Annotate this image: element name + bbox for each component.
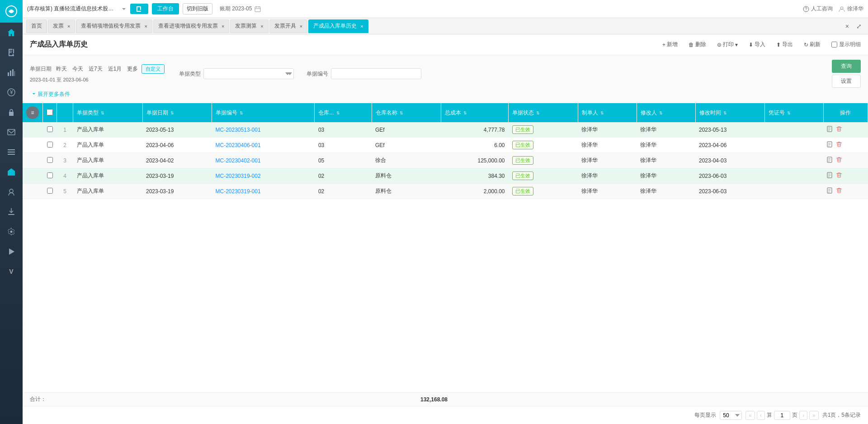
filter-date-custom[interactable]: 自定义 — [142, 64, 165, 74]
tab-sales-vat[interactable]: 查看销项增值税专用发票 × — [76, 19, 152, 33]
row-number-link[interactable]: MC-20230402-001 — [216, 157, 261, 164]
row-checkbox[interactable] — [47, 172, 53, 178]
row-delete-icon[interactable] — [836, 172, 842, 180]
row-checkbox-cell — [43, 184, 57, 199]
import-btn[interactable]: ⬇ 导入 — [745, 39, 769, 50]
delete-btn[interactable]: 🗑 删除 — [685, 39, 710, 50]
close-all-tabs-btn[interactable]: × — [843, 22, 852, 31]
display-detail-label[interactable]: 显示明细 — [839, 41, 861, 48]
sidebar-item-warehouse[interactable] — [0, 162, 23, 182]
tab-invoice-open[interactable]: 发票开具 × — [269, 19, 307, 33]
col-modify-time[interactable]: 修改时间 ⇅ — [695, 103, 765, 122]
row-checkbox[interactable] — [47, 126, 53, 132]
filter-date-7days[interactable]: 近7天 — [87, 64, 104, 74]
sidebar-item-stamp[interactable] — [0, 182, 23, 202]
sidebar-item-list[interactable] — [0, 142, 23, 162]
tab-invoice[interactable]: 发票 × — [48, 19, 75, 33]
filter-date-today[interactable]: 今天 — [71, 64, 85, 74]
svg-rect-47 — [828, 174, 830, 174]
col-status[interactable]: 单据状态 ⇅ — [509, 103, 578, 122]
page-input[interactable] — [774, 411, 790, 420]
first-page-btn[interactable]: « — [745, 411, 755, 420]
display-detail-checkbox[interactable] — [831, 42, 837, 48]
col-creator[interactable]: 制单人 ⇅ — [578, 103, 637, 122]
sidebar-item-mail[interactable] — [0, 122, 23, 142]
col-voucher[interactable]: 凭证号 ⇅ — [765, 103, 824, 122]
maximize-btn[interactable]: ⤢ — [854, 22, 864, 31]
sidebar-item-v[interactable]: V — [0, 262, 23, 281]
col-number[interactable]: 单据编号 ⇅ — [212, 103, 315, 122]
row-edit-icon[interactable] — [827, 126, 833, 133]
sidebar-item-lock[interactable] — [0, 102, 23, 122]
tab-invoice-open-close[interactable]: × — [300, 24, 302, 29]
sidebar-item-download[interactable] — [0, 202, 23, 222]
status-badge: 已生效 — [512, 172, 533, 180]
row-checkbox[interactable] — [47, 142, 53, 148]
svg-point-29 — [806, 10, 806, 11]
col-wh-name[interactable]: 仓库名称 ⇅ — [372, 103, 441, 122]
set-btn[interactable]: 设置 — [832, 75, 861, 88]
workbench-btn[interactable]: 工作台 — [152, 3, 179, 14]
row-edit-icon[interactable] — [827, 157, 833, 164]
tab-invoice-calc[interactable]: 发票测算 × — [230, 19, 268, 33]
col-settings-btn[interactable]: ≡ — [26, 106, 39, 119]
sidebar-item-home[interactable] — [0, 23, 23, 43]
tab-purchase-vat-close[interactable]: × — [222, 24, 224, 29]
row-number-link[interactable]: MC-20230319-002 — [216, 173, 261, 179]
topbar: (库存核算) 直播轻流通信息技术股份... 工作台 切到旧版 账期 2023-0… — [23, 0, 868, 18]
col-modifier[interactable]: 修改人 ⇅ — [637, 103, 695, 122]
row-edit-icon[interactable] — [827, 187, 833, 195]
export-btn[interactable]: ⬆ 导出 — [773, 39, 797, 50]
filter-date-more[interactable]: 更多 — [125, 64, 140, 74]
row-edit-icon[interactable] — [827, 172, 833, 180]
sidebar-item-chart[interactable] — [0, 62, 23, 82]
next-page-btn[interactable]: › — [799, 411, 807, 420]
select-all-checkbox[interactable] — [47, 109, 53, 115]
row-delete-icon[interactable] — [836, 141, 842, 149]
prev-page-btn[interactable]: ‹ — [757, 411, 765, 420]
filter-number-input[interactable] — [331, 68, 421, 79]
row-checkbox[interactable] — [47, 188, 53, 194]
row-delete-icon[interactable] — [836, 126, 842, 133]
row-checkbox[interactable] — [47, 157, 53, 163]
print-btn[interactable]: ⊜ 打印 ▾ — [713, 39, 741, 50]
col-cost[interactable]: 总成本 ⇅ — [441, 103, 509, 122]
tab-home[interactable]: 首页 — [26, 19, 47, 33]
support-btn[interactable]: 人工咨询 — [803, 5, 833, 13]
header-actions: + 新增 🗑 删除 ⊜ 打印 ▾ ⬇ 导入 ⬆ 导出 — [659, 39, 861, 50]
sidebar-item-settings[interactable] — [0, 222, 23, 242]
per-page-select[interactable]: 50 20 100 — [720, 411, 742, 420]
filter-type-select[interactable] — [203, 68, 294, 79]
app-logo[interactable] — [0, 0, 23, 23]
row-number-link[interactable]: MC-20230319-001 — [216, 188, 261, 195]
row-edit-icon[interactable] — [827, 141, 833, 149]
row-delete-icon[interactable] — [836, 187, 842, 195]
tab-sales-vat-close[interactable]: × — [144, 24, 147, 29]
filter-date-1month[interactable]: 近1月 — [106, 64, 124, 74]
refresh-btn[interactable]: ↻ 刷新 — [800, 39, 824, 50]
filter-date-yesterday[interactable]: 昨天 — [54, 64, 69, 74]
user-menu[interactable]: 徐泽华 — [838, 5, 863, 13]
col-type[interactable]: 单据类型 ⇅ — [73, 103, 143, 122]
new-btn[interactable]: + 新增 — [659, 39, 681, 50]
expand-more-btn[interactable]: 展开更多条件 — [32, 91, 70, 98]
doc-btn[interactable] — [130, 4, 148, 14]
sidebar-item-doc[interactable] — [0, 43, 23, 62]
query-btn[interactable]: 查询 — [832, 60, 861, 73]
tab-invoice-open-label: 发票开具 — [274, 22, 296, 30]
sidebar-item-play[interactable] — [0, 242, 23, 262]
col-date[interactable]: 单据日期 ⇅ — [142, 103, 212, 122]
tab-purchase-vat[interactable]: 查看进项增值税专用发票 × — [153, 19, 229, 33]
sidebar-item-finance[interactable]: ¥ — [0, 82, 23, 102]
last-page-btn[interactable]: » — [809, 411, 819, 420]
row-number-link[interactable]: MC-20230406-001 — [216, 142, 261, 148]
col-wh-code[interactable]: 仓库... ⇅ — [315, 103, 372, 122]
tab-product-history-close[interactable]: × — [360, 24, 363, 29]
row-delete-icon[interactable] — [836, 157, 842, 164]
tab-product-history[interactable]: 产成品入库单历史 × — [308, 19, 368, 33]
switch-version-btn[interactable]: 切到旧版 — [183, 3, 212, 14]
tab-invoice-calc-close[interactable]: × — [260, 24, 263, 29]
row-number-link[interactable]: MC-20230513-001 — [216, 127, 261, 133]
total-label: 合计： — [30, 395, 46, 403]
tab-invoice-close[interactable]: × — [67, 24, 70, 29]
